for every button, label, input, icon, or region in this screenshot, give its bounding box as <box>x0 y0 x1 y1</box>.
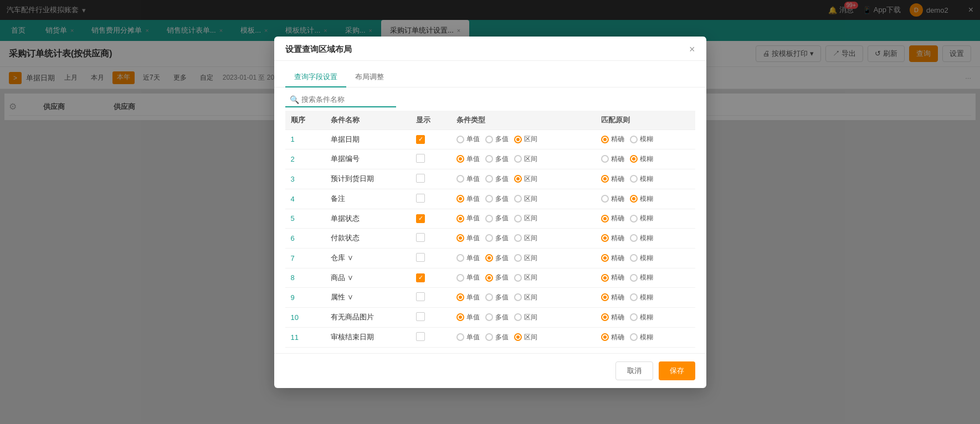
radio-dot-icon <box>514 313 522 321</box>
radio-type-多值[interactable]: 多值 <box>485 273 509 282</box>
radio-type-单值[interactable]: 单值 <box>456 135 480 144</box>
modal-close-button[interactable]: × <box>689 44 695 54</box>
show-checkbox[interactable] <box>416 273 425 282</box>
radio-type-单值[interactable]: 单值 <box>456 234 480 243</box>
radio-type-区间[interactable]: 区间 <box>514 154 537 164</box>
radio-type-多值[interactable]: 多值 <box>485 214 509 223</box>
radio-type-区间[interactable]: 区间 <box>514 194 537 204</box>
show-checkbox[interactable] <box>416 135 425 144</box>
radio-match-精确[interactable]: 精确 <box>601 135 624 144</box>
table-row: 1单据日期单值多值区间精确模糊 <box>285 130 695 149</box>
show-checkbox[interactable] <box>416 214 425 223</box>
col-condition-type: 条件类型 <box>451 111 596 130</box>
row-match-rule-cell: 精确模糊 <box>596 169 695 189</box>
cancel-button[interactable]: 取消 <box>615 361 653 380</box>
radio-match-模糊[interactable]: 模糊 <box>630 174 653 184</box>
radio-type-区间[interactable]: 区间 <box>514 293 537 302</box>
radio-type-区间[interactable]: 区间 <box>514 254 537 263</box>
radio-type-多值[interactable]: 多值 <box>485 174 509 184</box>
radio-dot-icon <box>601 155 609 163</box>
row-condition-name: 商品 ∨ <box>325 268 411 287</box>
row-order: 9 <box>285 287 325 307</box>
radio-type-单值[interactable]: 单值 <box>456 194 480 204</box>
radio-type-多值[interactable]: 多值 <box>485 234 509 243</box>
radio-type-单值[interactable]: 单值 <box>456 254 480 263</box>
row-condition-name: 有无商品图片 <box>325 307 411 327</box>
row-condition-type-cell: 单值多值区间 <box>451 169 596 189</box>
radio-type-多值[interactable]: 多值 <box>485 254 509 263</box>
radio-match-精确[interactable]: 精确 <box>601 313 624 322</box>
radio-type-单值[interactable]: 单值 <box>456 293 480 302</box>
tab-field-settings-label: 查询字段设置 <box>294 73 337 81</box>
tab-field-settings[interactable]: 查询字段设置 <box>285 68 346 87</box>
show-checkbox[interactable] <box>416 154 425 163</box>
radio-type-多值[interactable]: 多值 <box>485 293 509 302</box>
radio-dot-icon <box>601 195 609 203</box>
radio-type-多值[interactable]: 多值 <box>485 154 509 164</box>
radio-type-区间[interactable]: 区间 <box>514 214 537 223</box>
radio-type-区间[interactable]: 区间 <box>514 313 537 322</box>
radio-dot-icon <box>485 293 493 301</box>
row-match-rule-cell: 精确模糊 <box>596 307 695 327</box>
radio-dot-icon <box>485 215 493 223</box>
search-input[interactable] <box>301 95 384 104</box>
radio-type-多值[interactable]: 多值 <box>485 333 509 342</box>
radio-type-区间[interactable]: 区间 <box>514 333 537 342</box>
radio-match-模糊[interactable]: 模糊 <box>630 135 653 144</box>
radio-match-模糊[interactable]: 模糊 <box>630 194 653 204</box>
table-row: 5单据状态单值多值区间精确模糊 <box>285 209 695 228</box>
radio-type-多值[interactable]: 多值 <box>485 313 509 322</box>
radio-match-精确[interactable]: 精确 <box>601 234 624 243</box>
row-order: 4 <box>285 189 325 209</box>
radio-type-单值[interactable]: 单值 <box>456 174 480 184</box>
radio-match-精确[interactable]: 精确 <box>601 174 624 184</box>
radio-dot-icon <box>456 234 464 242</box>
radio-dot-icon <box>601 274 609 282</box>
radio-match-模糊[interactable]: 模糊 <box>630 313 653 322</box>
radio-dot-icon <box>514 175 522 183</box>
radio-match-精确[interactable]: 精确 <box>601 273 624 282</box>
show-checkbox[interactable] <box>416 233 425 242</box>
radio-match-精确[interactable]: 精确 <box>601 333 624 342</box>
radio-match-模糊[interactable]: 模糊 <box>630 333 653 342</box>
radio-match-精确[interactable]: 精确 <box>601 194 624 204</box>
radio-match-模糊[interactable]: 模糊 <box>630 293 653 302</box>
row-condition-name: 单据状态 <box>325 209 411 228</box>
row-show-checkbox-cell <box>411 169 450 189</box>
row-condition-type-cell: 单值多值区间 <box>451 130 596 149</box>
radio-type-单值[interactable]: 单值 <box>456 273 480 282</box>
show-checkbox[interactable] <box>416 194 425 203</box>
radio-match-模糊[interactable]: 模糊 <box>630 254 653 263</box>
radio-match-精确[interactable]: 精确 <box>601 254 624 263</box>
radio-type-区间[interactable]: 区间 <box>514 135 537 144</box>
radio-match-模糊[interactable]: 模糊 <box>630 214 653 223</box>
modal-tabs: 查询字段设置 布局调整 <box>274 61 706 87</box>
radio-dot-icon <box>630 293 638 301</box>
radio-match-模糊[interactable]: 模糊 <box>630 273 653 282</box>
tab-layout-adjust[interactable]: 布局调整 <box>346 68 393 87</box>
show-checkbox[interactable] <box>416 174 425 183</box>
radio-match-模糊[interactable]: 模糊 <box>630 154 653 164</box>
show-checkbox[interactable] <box>416 253 425 262</box>
radio-match-精确[interactable]: 精确 <box>601 293 624 302</box>
show-checkbox[interactable] <box>416 332 425 341</box>
main-area: ⚙ 供应商 供应商 设置查询区域布局 × 查询字段设置 <box>0 89 980 424</box>
radio-type-单值[interactable]: 单值 <box>456 313 480 322</box>
radio-match-模糊[interactable]: 模糊 <box>630 234 653 243</box>
radio-type-单值[interactable]: 单值 <box>456 333 480 342</box>
radio-type-区间[interactable]: 区间 <box>514 234 537 243</box>
radio-type-多值[interactable]: 多值 <box>485 135 509 144</box>
radio-type-多值[interactable]: 多值 <box>485 194 509 204</box>
radio-match-精确[interactable]: 精确 <box>601 154 624 164</box>
show-checkbox[interactable] <box>416 292 425 301</box>
radio-dot-icon <box>514 136 522 143</box>
modal-footer: 取消 保存 <box>274 353 706 388</box>
radio-type-区间[interactable]: 区间 <box>514 174 537 184</box>
radio-type-单值[interactable]: 单值 <box>456 154 480 164</box>
save-button[interactable]: 保存 <box>659 361 695 380</box>
radio-type-单值[interactable]: 单值 <box>456 214 480 223</box>
show-checkbox[interactable] <box>416 312 425 321</box>
radio-match-精确[interactable]: 精确 <box>601 214 624 223</box>
radio-dot-icon <box>485 155 493 163</box>
radio-type-区间[interactable]: 区间 <box>514 273 537 282</box>
